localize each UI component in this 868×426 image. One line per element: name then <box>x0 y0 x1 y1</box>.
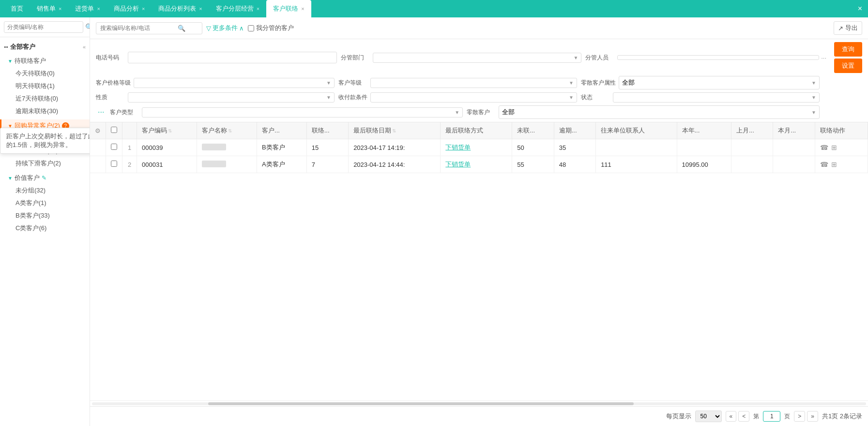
scatter-attr-arrow: ▼ <box>811 80 816 86</box>
customer-type-select[interactable]: ▼ <box>142 107 463 118</box>
row2-call-icon[interactable]: ☎ <box>820 161 828 168</box>
nav-product-list-close[interactable]: × <box>199 6 202 12</box>
col-settings[interactable]: ⚙ <box>90 122 106 139</box>
row1-contact-person <box>596 139 677 156</box>
nature-select[interactable]: ▼ <box>128 92 335 103</box>
sidebar-all-customers[interactable]: ▪▪ 全部客户 « <box>0 40 90 54</box>
more-options-button[interactable]: ··· <box>96 108 106 117</box>
sidebar-item-declining[interactable]: 持续下滑客户(2) <box>0 157 90 170</box>
row2-overdue: 48 <box>554 156 595 173</box>
col-type: 客户... <box>257 122 307 139</box>
nav-purchase[interactable]: 进货单 × <box>68 0 107 17</box>
row1-contact: 15 <box>306 139 348 156</box>
status-select[interactable]: ▼ <box>613 92 820 103</box>
select-all-checkbox[interactable] <box>111 127 117 133</box>
sidebar-search-input[interactable] <box>4 21 83 33</box>
nav-customer-contact[interactable]: 客户联络 × <box>266 0 311 17</box>
nature-arrow: ▼ <box>326 95 331 100</box>
scroll-thumb[interactable] <box>208 402 634 405</box>
nav-product-list[interactable]: 商品分析列表 × <box>152 0 209 17</box>
phone-input[interactable] <box>128 52 337 63</box>
main-search-input[interactable] <box>100 25 178 31</box>
row1-this-year <box>677 139 731 156</box>
row2-more-icon[interactable]: ⊞ <box>831 161 837 168</box>
export-button[interactable]: ↗ 导出 <box>834 21 862 35</box>
sidebar-item-ungrouped[interactable]: 未分组(32) <box>0 184 90 197</box>
grid-icon: ▪▪ <box>4 44 8 50</box>
nav-purchase-close[interactable]: × <box>97 6 100 12</box>
tooltip-box: 距客户上次交易时长，超过了此客户的平均交易周期的1.5倍，则视为异常。 <box>0 128 90 154</box>
scatter-attr-select[interactable]: 全部 ▼ <box>619 76 820 89</box>
sidebar-item-b-class[interactable]: B类客户(33) <box>0 209 90 222</box>
row2-this-year: 10995.00 <box>677 156 731 173</box>
nav-customer-tier-close[interactable]: × <box>257 6 259 12</box>
filter-dept: 分管部门 ▼ <box>341 53 582 63</box>
my-customers-checkbox[interactable] <box>248 25 254 31</box>
edit-icon[interactable]: ✎ <box>42 175 46 181</box>
filter-customer-level: 客户等级 ▼ <box>338 78 577 88</box>
table-row: 2 000031 A类客户 7 2023-04-12 14:44: 下销货单 5… <box>90 156 868 173</box>
sidebar-subgroup-pending-header[interactable]: ▼ 待联络客户 <box>0 55 90 67</box>
nav-customer-tier[interactable]: 客户分层经营 × <box>209 0 266 17</box>
sidebar-item-c-class[interactable]: C类客户(6) <box>0 222 90 235</box>
query-button[interactable]: 查询 <box>834 42 862 57</box>
col-checkbox[interactable] <box>106 122 122 139</box>
row1-check[interactable] <box>111 144 117 150</box>
sidebar-item-7days[interactable]: 近7天待联络(0) <box>0 92 90 105</box>
settings-button[interactable]: 设置 <box>834 59 862 73</box>
prev-page-button[interactable]: < <box>738 411 749 422</box>
last-page-button[interactable]: » <box>807 411 818 422</box>
manager-dots[interactable]: ··· <box>821 54 826 61</box>
scroll-track <box>92 402 866 405</box>
col-last-date: 最后联络日期⇅ <box>349 122 441 139</box>
row1-call-icon[interactable]: ☎ <box>820 144 828 151</box>
nav-product-analysis[interactable]: 商品分析 × <box>107 0 152 17</box>
sidebar-item-a-class[interactable]: A类客户(1) <box>0 197 90 209</box>
nav-home[interactable]: 首页 <box>4 0 30 17</box>
nav-sales-close[interactable]: × <box>59 6 61 12</box>
col-last-method: 最后联络方式 <box>441 122 512 139</box>
col-code: 客户编码⇅ <box>137 122 197 139</box>
current-page-input[interactable] <box>763 411 780 422</box>
filter-row-3: 性质 ▼ 收付款条件 ▼ 状态 <box>96 92 862 103</box>
sidebar-item-overdue[interactable]: 逾期未联络(30) <box>0 105 90 118</box>
dept-select[interactable]: ▼ <box>373 53 582 63</box>
scatter-customer-select[interactable]: 全部 ▼ <box>499 105 820 119</box>
filter-row-2: 客户价格等级 ▼ 客户等级 ▼ 零散客户属性 全部 <box>96 76 862 89</box>
manager-select[interactable] <box>617 55 819 60</box>
customer-table-container: ⚙ 客户编码⇅ 客户名称⇅ 客户... 联络... 最后联络日期⇅ 最后联络方式… <box>90 122 868 400</box>
payment-arrow: ▼ <box>569 95 574 100</box>
row2-check[interactable] <box>111 161 117 167</box>
nav-sales[interactable]: 销售单 × <box>30 0 68 17</box>
row2-settings <box>90 156 106 173</box>
row2-name-blur <box>202 161 226 167</box>
window-close-button[interactable]: × <box>858 4 862 13</box>
sidebar-subgroup-value-header[interactable]: ▼ 价值客户 ✎ <box>0 172 90 184</box>
more-conditions-button[interactable]: ▽ 更多条件 ∧ <box>206 24 244 32</box>
row1-name-blur <box>202 144 226 150</box>
row1-checkbox[interactable] <box>106 139 122 156</box>
row1-num: 1 <box>122 139 137 156</box>
nav-customer-contact-close[interactable]: × <box>301 6 304 12</box>
table-horizontal-scrollbar[interactable] <box>90 400 868 406</box>
row1-actions: ☎ ⊞ <box>815 139 868 156</box>
page-size-select[interactable]: 50 100 200 <box>695 411 722 422</box>
row2-checkbox[interactable] <box>106 156 122 173</box>
price-level-select[interactable]: ▼ <box>134 78 335 88</box>
first-page-button[interactable]: « <box>726 411 737 422</box>
next-page-button[interactable]: > <box>794 411 805 422</box>
sidebar-item-today[interactable]: 今天待联络(0) <box>0 67 90 80</box>
nav-product-analysis-close[interactable]: × <box>142 6 145 12</box>
sidebar-collapse-button[interactable]: « <box>83 44 86 50</box>
row1-more-icon[interactable]: ⊞ <box>831 144 837 151</box>
status-arrow: ▼ <box>811 95 816 100</box>
col-overdue: 逾期... <box>554 122 595 139</box>
sidebar-item-tomorrow[interactable]: 明天待联络(1) <box>0 80 90 92</box>
table-row: 1 000039 B类客户 15 2023-04-17 14:19: 下销货单 … <box>90 139 868 156</box>
row1-overdue: 35 <box>554 139 595 156</box>
main-search-icon[interactable]: 🔍 <box>178 25 185 32</box>
filter-payment: 收付款条件 ▼ <box>338 92 577 103</box>
customer-level-select[interactable]: ▼ <box>370 78 577 88</box>
payment-select[interactable]: ▼ <box>370 92 577 103</box>
sidebar-search-icon[interactable]: 🔍 <box>85 23 90 31</box>
